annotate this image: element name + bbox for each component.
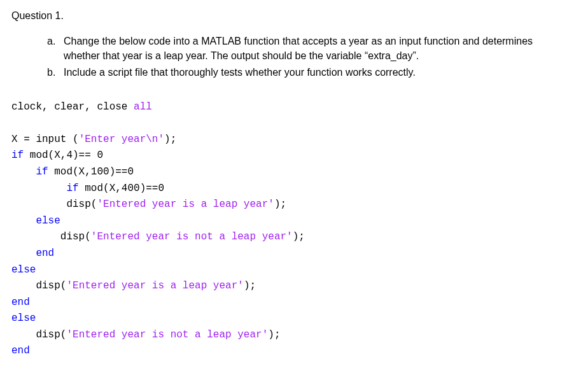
code-text: ); — [293, 231, 305, 243]
code-text: mod(X,4)== 0 — [24, 150, 103, 161]
list-text-a: Change the below code into a MATLAB func… — [64, 34, 571, 63]
code-string: 'Entered year is not a leap year' — [91, 231, 293, 243]
code-block: clock, clear, close all X = input ('Ente… — [11, 99, 577, 360]
code-keyword: if — [11, 150, 24, 161]
code-blank — [11, 117, 18, 129]
code-text: mod(X,400)==0 — [79, 183, 164, 194]
code-text: ); — [244, 280, 256, 292]
code-string: 'Entered year is not a leap year' — [66, 329, 268, 341]
code-keyword: if — [36, 166, 48, 178]
list-marker-b: b. — [47, 66, 64, 80]
code-keyword: else — [11, 313, 36, 324]
code-indent — [11, 183, 66, 194]
code-text: disp( — [11, 231, 91, 243]
code-text: ); — [268, 329, 280, 341]
code-indent — [11, 166, 36, 178]
code-text: ); — [164, 134, 176, 145]
code-keyword: if — [66, 183, 78, 194]
list-item: a. Change the below code into a MATLAB f… — [47, 34, 577, 63]
code-text: clock, clear, close — [11, 101, 134, 113]
list-text-b: Include a script file that thoroughly te… — [64, 66, 571, 80]
code-keyword: end — [11, 345, 30, 356]
code-keyword: all — [134, 101, 152, 113]
code-string: 'Entered year is a leap year' — [66, 280, 243, 292]
code-keyword: else — [36, 215, 60, 227]
code-indent — [11, 215, 36, 227]
code-text: disp( — [11, 199, 97, 210]
code-string: 'Enter year\n' — [79, 134, 164, 145]
list-item: b. Include a script file that thoroughly… — [47, 66, 577, 80]
question-title: Question 1. — [11, 9, 577, 23]
code-text: disp( — [11, 280, 66, 292]
question-list: a. Change the below code into a MATLAB f… — [11, 34, 577, 80]
code-text: ); — [274, 199, 286, 210]
code-text: mod(X,100)==0 — [48, 166, 134, 178]
code-keyword: end — [36, 248, 54, 259]
code-text: disp( — [11, 329, 66, 341]
code-indent — [11, 248, 36, 259]
code-keyword: end — [11, 297, 30, 308]
list-marker-a: a. — [47, 34, 64, 63]
code-text: X = input ( — [11, 134, 79, 145]
code-string: 'Entered year is a leap year' — [97, 199, 274, 210]
code-keyword: else — [11, 264, 36, 276]
